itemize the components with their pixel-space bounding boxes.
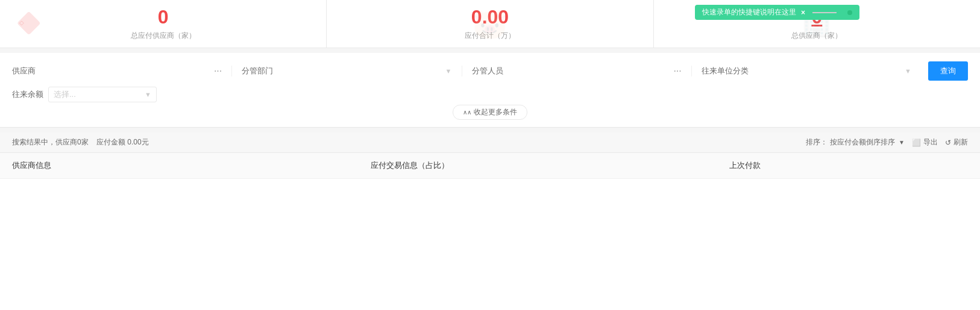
- supplier-field: 供应商 ···: [12, 66, 232, 76]
- page-container: ◇ 0 总应付供应商（家） 🐷 0.00 应付合计（万） 快速录单的快捷键说明在…: [0, 0, 980, 310]
- stat1-content: 0 总应付供应商（家）: [131, 7, 196, 40]
- shortcut-tooltip: 快速录单的快捷键说明在这里 ×: [695, 5, 859, 20]
- collapse-button[interactable]: ∧∧ 收起更多条件: [453, 105, 527, 120]
- person-dots-btn[interactable]: ···: [673, 66, 681, 76]
- person-input[interactable]: [508, 67, 671, 76]
- supplier-input[interactable]: [40, 67, 212, 76]
- collapse-row: ∧∧ 收起更多条件: [12, 102, 968, 121]
- result-count-text: 搜索结果中，供应商0家: [12, 138, 89, 146]
- stat1-number: 0: [158, 7, 169, 28]
- export-button[interactable]: ⬜ 导出: [912, 137, 938, 147]
- stat-total-amount: 🐷 0.00 应付合计（万）: [327, 0, 653, 48]
- department-label: 分管部门: [242, 66, 273, 76]
- svg-text:◇: ◇: [19, 19, 24, 25]
- table-area: 供应商信息 应付交易信息（占比） 上次付款: [0, 153, 980, 310]
- col-supplier-header: 供应商信息: [12, 160, 371, 171]
- search-area: 供应商 ··· 分管部门 ▼ 分管人员 ··· 往来单位分类 ▼: [0, 53, 980, 128]
- unit-class-chevron-icon: ▼: [905, 67, 911, 75]
- col-transaction-header: 应付交易信息（占比）: [371, 160, 729, 171]
- top-stats-bar: ◇ 0 总应付供应商（家） 🐷 0.00 应付合计（万） 快速录单的快捷键说明在…: [0, 0, 980, 48]
- supplier-label: 供应商: [12, 66, 36, 76]
- export-icon: ⬜: [912, 138, 921, 147]
- person-label: 分管人员: [472, 66, 503, 76]
- search-row-2: 往来余额 选择... ▼: [12, 87, 968, 102]
- export-label: 导出: [923, 137, 938, 147]
- department-field[interactable]: 分管部门 ▼: [232, 66, 462, 76]
- unit-class-label: 往来单位分类: [702, 66, 749, 76]
- stat1-label: 总应付供应商（家）: [131, 31, 196, 41]
- result-bar: 搜索结果中，供应商0家 应付金额 0.00元 排序： 按应付会额倒序排序 ▼ ⬜…: [0, 132, 980, 153]
- amount-chevron-icon: ▼: [145, 91, 151, 98]
- table-body: [0, 179, 980, 310]
- department-chevron-icon: ▼: [445, 67, 452, 75]
- supplier-dots-btn[interactable]: ···: [214, 66, 222, 76]
- tooltip-close-btn[interactable]: ×: [801, 8, 805, 17]
- refresh-icon: ↺: [945, 138, 951, 147]
- sort-selector[interactable]: 排序： 按应付会额倒序排序 ▼: [806, 137, 905, 147]
- col-lastpay-header: 上次付款: [729, 160, 969, 171]
- collapse-up-icon: ∧∧: [463, 109, 471, 116]
- result-amount-text: 应付金额 0.00元: [96, 138, 149, 146]
- sort-option-text: 按应付会额倒序排序: [830, 137, 895, 147]
- table-header: 供应商信息 应付交易信息（占比） 上次付款: [0, 153, 980, 179]
- refresh-label: 刷新: [953, 137, 968, 147]
- amount-select[interactable]: 选择... ▼: [48, 87, 157, 102]
- stat-total-ap-suppliers: ◇ 0 总应付供应商（家）: [0, 0, 327, 48]
- person-field: 分管人员 ···: [462, 66, 692, 76]
- sort-chevron-icon: ▼: [899, 139, 905, 146]
- diamond-icon: ◇: [14, 8, 43, 39]
- tooltip-text: 快速录单的快捷键说明在这里: [702, 7, 796, 17]
- query-button[interactable]: 查询: [928, 61, 968, 81]
- search-row-1: 供应商 ··· 分管部门 ▼ 分管人员 ··· 往来单位分类 ▼: [12, 61, 968, 81]
- amount-label: 往来余额: [12, 89, 43, 100]
- refresh-button[interactable]: ↺ 刷新: [945, 137, 968, 147]
- tooltip-indicator: [847, 10, 852, 15]
- piggy-icon: 🐷: [472, 7, 508, 41]
- stat-all-suppliers: 快速录单的快捷键说明在这里 × 🏢 0 总供应商（家）: [654, 0, 980, 48]
- amount-field: 往来余额 选择... ▼: [12, 87, 157, 102]
- collapse-label: 收起更多条件: [474, 107, 517, 117]
- sort-label: 排序：: [806, 137, 828, 147]
- amount-placeholder: 选择...: [54, 89, 145, 100]
- result-actions: 排序： 按应付会额倒序排序 ▼ ⬜ 导出 ↺ 刷新: [806, 137, 968, 147]
- result-info: 搜索结果中，供应商0家 应付金额 0.00元: [12, 137, 149, 147]
- unit-class-field[interactable]: 往来单位分类 ▼: [692, 66, 921, 76]
